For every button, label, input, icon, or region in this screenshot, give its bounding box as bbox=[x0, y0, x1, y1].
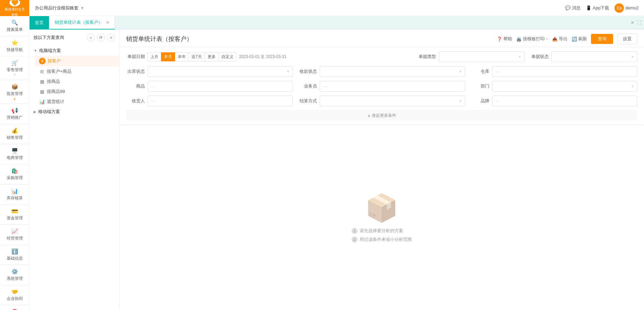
tab-home[interactable]: 首页 bbox=[30, 16, 49, 30]
doc-type-select[interactable]: ▾ bbox=[439, 51, 525, 62]
sidebar-item-ecommerce[interactable]: 🖥️ 电商管理 bbox=[0, 144, 29, 164]
settings-btn[interactable]: 设置 bbox=[617, 34, 637, 44]
sidebar-item-search[interactable]: 🔍 搜索菜单 bbox=[0, 16, 29, 36]
sidebar-item-system[interactable]: ⚙️ 系统管理 bbox=[0, 265, 29, 285]
department-label: 部门 bbox=[471, 83, 489, 89]
filter-row-4: 收货人 ··· 结算方式 ▾ 品牌 bbox=[126, 96, 637, 106]
quicknav-icon: ⭐ bbox=[11, 40, 18, 46]
collapse-filter-btn[interactable]: ∧ 收起更多条件 bbox=[126, 110, 637, 120]
sidebar-item-finance[interactable]: 💳 资金管理 bbox=[0, 205, 29, 225]
query-btn[interactable]: 查询 bbox=[591, 34, 613, 44]
tree-item-return-stat[interactable]: 📊 退货统计 bbox=[35, 97, 119, 107]
tab-close-btn[interactable]: ✕ bbox=[106, 20, 109, 25]
doc-status-select[interactable]: ▾ bbox=[551, 51, 637, 62]
date-tab-custom[interactable]: 自定义 bbox=[218, 52, 236, 61]
sales-icon: 💰 bbox=[11, 127, 18, 134]
sidebar-item-retail[interactable]: 🛒 零售管理 ▾ bbox=[0, 56, 29, 80]
by-product99-label: 按商品99 bbox=[47, 89, 65, 95]
collapse-panel-btn[interactable]: « bbox=[107, 34, 115, 42]
salesperson-input[interactable]: ··· bbox=[320, 81, 465, 92]
app-download-btn[interactable]: 📱 App下载 bbox=[586, 5, 609, 11]
date-label: 单据日期 bbox=[126, 54, 145, 60]
product-input[interactable]: ··· bbox=[148, 81, 293, 92]
tab-sales-stat[interactable]: 销货单统计表（按客户） ✕ bbox=[49, 16, 115, 30]
export-icon: 📤 bbox=[552, 37, 557, 42]
filter-receiver: 收货人 ··· bbox=[126, 96, 293, 106]
sidebar-search-label: 搜索菜单 bbox=[7, 27, 23, 33]
content: 按以下方案查询 ＋ ⟳ « ▼ 电脑端方案 bbox=[30, 30, 644, 310]
maximize-window-btn[interactable]: ⛶ bbox=[637, 20, 641, 25]
topbar-dropdown-arrow[interactable]: ▾ bbox=[81, 5, 84, 10]
date-tab-7days[interactable]: 近7天 bbox=[189, 52, 205, 61]
by-customer-label: 按客户 bbox=[48, 58, 61, 64]
department-select[interactable]: ▾ bbox=[492, 81, 637, 92]
filter-warehouse: 仓库 ··· bbox=[471, 66, 637, 77]
warehouse-input[interactable]: ··· bbox=[492, 66, 637, 77]
brand-input[interactable]: ··· bbox=[492, 96, 637, 106]
user-profile-btn[interactable]: Ea demo2 bbox=[614, 3, 639, 13]
settlement-select[interactable]: ▾ bbox=[320, 96, 465, 106]
help-btn[interactable]: ❓ 帮助 bbox=[497, 36, 512, 42]
add-scheme-btn[interactable]: ＋ bbox=[87, 34, 95, 42]
salesperson-label: 业务员 bbox=[298, 83, 317, 89]
app-name: 畅捷通好生意 bbox=[5, 7, 25, 12]
tree-item-by-product[interactable]: ▦ 按商品 bbox=[35, 76, 119, 87]
date-tab-this-year[interactable]: 本年 bbox=[175, 52, 189, 61]
sidebar-item-basic[interactable]: ℹ️ 基础信息 bbox=[0, 245, 29, 265]
refresh-btn[interactable]: 🔄 刷新 bbox=[572, 36, 587, 42]
export-btn[interactable]: 📤 导出 bbox=[552, 36, 568, 42]
close-window-btn[interactable]: ✕ bbox=[631, 20, 634, 25]
print-label: 按模板打印 bbox=[523, 36, 545, 42]
tree-item-by-product99[interactable]: ▦ 按商品99 bbox=[35, 87, 119, 97]
out-status-select[interactable]: ▾ bbox=[148, 66, 293, 77]
filter-date: 单据日期 上月 本月 本年 近7天 更多 自定义 2023-03-01 至 20… bbox=[126, 52, 412, 61]
sidebar-item-operation[interactable]: 📈 经营管理 bbox=[0, 225, 29, 245]
sidebar-item-purchase[interactable]: 🛍️ 采购管理 bbox=[0, 164, 29, 185]
tab-sales-stat-label: 销货单统计表（按客户） bbox=[55, 19, 103, 25]
tree-item-by-customer-product[interactable]: ⊞ 按客户+商品 bbox=[35, 66, 119, 76]
app-logo[interactable]: 🧡 畅捷通好生意 标账 bbox=[0, 0, 29, 16]
left-panel-header: 按以下方案查询 ＋ ⟳ « bbox=[30, 30, 119, 44]
tree-desktop-section[interactable]: ▼ 电脑端方案 bbox=[30, 46, 119, 56]
date-tab-this-month[interactable]: 本月 bbox=[161, 52, 175, 61]
filter-doc-status: 单据状态 ▾ bbox=[530, 51, 637, 62]
receipt-status-arrow: ▾ bbox=[460, 69, 462, 74]
tabbar: 首页 销货单统计表（按客户） ✕ ✕ ⛶ bbox=[30, 16, 644, 30]
sidebar-nav-label: 快捷导航 bbox=[7, 47, 23, 53]
left-panel-actions: ＋ ⟳ « bbox=[87, 34, 115, 42]
message-btn[interactable]: 💬 消息 bbox=[565, 5, 581, 11]
sidebar-item-wholesale[interactable]: 📦 批发管理 ▴ bbox=[0, 80, 29, 104]
sidebar-item-newuser[interactable]: 🎯 新手引导 bbox=[0, 305, 29, 310]
date-tabs: 上月 本月 本年 近7天 更多 自定义 bbox=[148, 52, 236, 61]
empty-tip-1: 1 请先选择要分析的方案 bbox=[352, 228, 412, 234]
by-product99-icon: ▦ bbox=[39, 89, 45, 95]
receipt-status-select[interactable]: ▾ bbox=[320, 66, 465, 77]
sidebar-item-enterprise[interactable]: 🤝 企业协同 bbox=[0, 285, 29, 305]
tip1-text: 请先选择要分析的方案 bbox=[360, 228, 403, 234]
wholesale-icon: 📦 bbox=[11, 84, 18, 90]
receiver-input[interactable]: ··· bbox=[148, 96, 293, 106]
marketing-label: 营销推广 bbox=[7, 115, 23, 120]
refresh-scheme-btn[interactable]: ⟳ bbox=[97, 34, 105, 42]
print-btn[interactable]: 🖨️ 按模板打印 ▾ bbox=[516, 36, 548, 42]
settlement-label: 结算方式 bbox=[298, 98, 317, 104]
sidebar: 🧡 畅捷通好生意 标账 🔍 搜索菜单 ⭐ 快捷导航 🛒 零售管理 ▾ 📦 批发管… bbox=[0, 0, 30, 310]
sidebar-item-inventory[interactable]: 📊 库存核算 bbox=[0, 185, 29, 205]
sidebar-item-sales[interactable]: 💰 销售管理 bbox=[0, 124, 29, 144]
inventory-label: 库存核算 bbox=[7, 195, 23, 201]
tree-expand-icon: ▼ bbox=[34, 49, 37, 53]
tree-mobile-section[interactable]: ▶ 移动端方案 bbox=[30, 107, 119, 117]
ecommerce-label: 电商管理 bbox=[7, 155, 23, 161]
date-tab-last-month[interactable]: 上月 bbox=[147, 52, 161, 61]
main-area: 办公用品行业模拟账套 ▾ 💬 消息 📱 App下载 Ea demo2 首页 bbox=[30, 0, 644, 310]
sidebar-item-quicknav[interactable]: ⭐ 快捷导航 bbox=[0, 36, 29, 56]
by-product-icon: ▦ bbox=[39, 79, 45, 85]
receipt-status-label: 收款状态 bbox=[298, 68, 317, 74]
sidebar-item-marketing[interactable]: 📢 营销推广 bbox=[0, 104, 29, 124]
ecommerce-icon: 🖥️ bbox=[11, 148, 18, 154]
tree-desktop-children: 客 按客户 ⊞ 按客户+商品 ▦ 按商品 ▦ 按商品99 bbox=[30, 56, 119, 107]
date-tab-more[interactable]: 更多 bbox=[205, 52, 219, 61]
tree-item-by-customer[interactable]: 客 按客户 bbox=[35, 56, 119, 66]
tree-mobile-label: 移动端方案 bbox=[38, 109, 60, 115]
tree-desktop-label: 电脑端方案 bbox=[39, 48, 61, 54]
